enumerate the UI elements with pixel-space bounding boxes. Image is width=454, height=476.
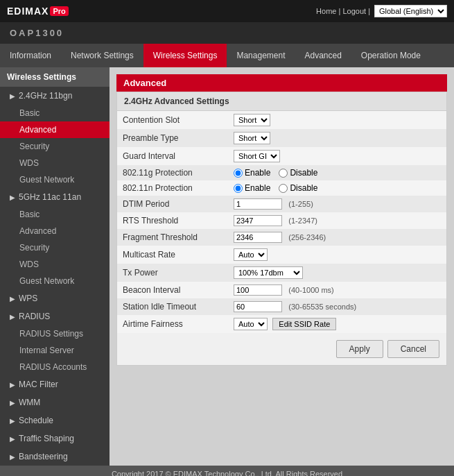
edit-ssid-rate-button[interactable]: Edit SSID Rate bbox=[272, 318, 336, 330]
label-80211g-protection: 802.11g Protection bbox=[117, 165, 228, 180]
select-guard-interval[interactable]: Short GI Long GI bbox=[234, 150, 280, 162]
nav-wireless-settings[interactable]: Wireless Settings bbox=[143, 44, 227, 67]
sidebar-item-radius-settings[interactable]: RADIUS Settings bbox=[0, 325, 110, 342]
radio-80211g-enable-label[interactable]: Enable bbox=[234, 168, 270, 178]
radio-80211g-disable-label[interactable]: Disable bbox=[279, 168, 317, 178]
sidebar-schedule-label: Schedule bbox=[19, 416, 53, 425]
hint-dtim-period: (1-255) bbox=[288, 200, 313, 208]
input-fragment-threshold[interactable] bbox=[234, 232, 282, 243]
sidebar-item-wds-5ghz[interactable]: WDS bbox=[0, 256, 110, 273]
arrow-icon-radius: ▶ bbox=[10, 313, 15, 321]
label-contention-slot: Contention Slot bbox=[117, 111, 228, 129]
radio-80211g-enable[interactable] bbox=[234, 169, 243, 178]
nav-information[interactable]: Information bbox=[0, 44, 61, 67]
radio-80211n-disable-text: Disable bbox=[290, 183, 317, 193]
sidebar: Wireless Settings ▶ 2.4GHz 11bgn Basic A… bbox=[0, 67, 110, 466]
button-row: Apply Cancel bbox=[117, 333, 446, 365]
sidebar-item-basic-5ghz[interactable]: Basic bbox=[0, 206, 110, 223]
sidebar-group-radius: ▶ RADIUS RADIUS Settings Internal Server… bbox=[0, 307, 110, 375]
label-dtim-period: DTIM Period bbox=[117, 196, 228, 212]
language-select[interactable]: Global (English) bbox=[374, 5, 447, 17]
select-tx-power[interactable]: 100% 17dbm bbox=[234, 266, 303, 279]
hint-station-idle-timeout: (30-65535 seconds) bbox=[288, 303, 356, 311]
nav-management[interactable]: Management bbox=[227, 44, 295, 67]
sidebar-item-mac-filter[interactable]: ▶ MAC Filter bbox=[0, 375, 110, 393]
row-contention-slot: Contention Slot Short Long bbox=[117, 111, 446, 129]
footer-text: Copyright 2017 © EDIMAX Technology Co., … bbox=[112, 470, 342, 476]
sidebar-item-advanced-5ghz[interactable]: Advanced bbox=[0, 223, 110, 239]
sidebar-wps-label: WPS bbox=[19, 294, 37, 303]
row-fragment-threshold: Fragment Threshold (256-2346) bbox=[117, 229, 446, 246]
radio-80211n-enable[interactable] bbox=[234, 184, 243, 193]
value-tx-power: 100% 17dbm bbox=[228, 264, 446, 282]
radio-group-80211g: Enable Disable bbox=[234, 168, 441, 178]
sidebar-item-security-2ghz[interactable]: Security bbox=[0, 138, 110, 155]
arrow-icon-schedule: ▶ bbox=[10, 417, 15, 425]
input-beacon-interval[interactable] bbox=[234, 284, 282, 296]
radio-80211n-disable-label[interactable]: Disable bbox=[279, 183, 317, 193]
value-beacon-interval: (40-1000 ms) bbox=[228, 282, 446, 298]
sidebar-item-basic-2ghz[interactable]: Basic bbox=[0, 105, 110, 121]
sidebar-group-5ghz: ▶ 5GHz 11ac 11an Basic Advanced Security… bbox=[0, 188, 110, 289]
sidebar-item-traffic-shaping[interactable]: ▶ Traffic Shaping bbox=[0, 430, 110, 448]
model-bar: OAP1300 bbox=[0, 22, 454, 44]
logo-pro: Pro bbox=[50, 6, 68, 16]
sidebar-item-guestnetwork-2ghz[interactable]: Guest Network bbox=[0, 171, 110, 188]
row-preamble-type: Preamble Type Short Long bbox=[117, 129, 446, 147]
radio-80211g-disable[interactable] bbox=[279, 169, 288, 178]
cancel-button[interactable]: Cancel bbox=[387, 340, 439, 358]
value-station-idle-timeout: (30-65535 seconds) bbox=[228, 298, 446, 315]
row-multicast-rate: Multicast Rate Auto bbox=[117, 246, 446, 264]
value-80211n-protection: Enable Disable bbox=[228, 180, 446, 196]
row-tx-power: Tx Power 100% 17dbm bbox=[117, 264, 446, 282]
sidebar-item-advanced-2ghz[interactable]: Advanced bbox=[0, 121, 110, 138]
input-rts-threshold[interactable] bbox=[234, 215, 282, 226]
apply-button[interactable]: Apply bbox=[336, 340, 383, 358]
select-airtime-fairness[interactable]: Auto bbox=[234, 318, 268, 330]
input-dtim-period[interactable] bbox=[234, 198, 282, 210]
label-fragment-threshold: Fragment Threshold bbox=[117, 229, 228, 246]
nav-operation-mode[interactable]: Operation Mode bbox=[351, 44, 430, 67]
sidebar-item-bandsteering[interactable]: ▶ Bandsteering bbox=[0, 448, 110, 466]
sidebar-item-internal-server[interactable]: Internal Server bbox=[0, 342, 110, 359]
nav-network-settings[interactable]: Network Settings bbox=[61, 44, 143, 67]
sidebar-group-2ghz-label: 2.4GHz 11bgn bbox=[19, 91, 72, 101]
sidebar-item-wmm[interactable]: ▶ WMM bbox=[0, 393, 110, 411]
sidebar-group-5ghz-header[interactable]: ▶ 5GHz 11ac 11an bbox=[0, 188, 110, 206]
sidebar-item-wds-2ghz[interactable]: WDS bbox=[0, 155, 110, 171]
nav-bar: Information Network Settings Wireless Se… bbox=[0, 44, 454, 67]
sidebar-item-security-5ghz[interactable]: Security bbox=[0, 239, 110, 256]
sidebar-group-radius-header[interactable]: ▶ RADIUS bbox=[0, 307, 110, 325]
label-guard-interval: Guard Interval bbox=[117, 147, 228, 165]
select-multicast-rate[interactable]: Auto bbox=[234, 248, 268, 261]
select-preamble-type[interactable]: Short Long bbox=[234, 132, 270, 144]
row-airtime-fairness: Airtime Fairness Auto Edit SSID Rate bbox=[117, 315, 446, 333]
model-name: OAP1300 bbox=[10, 28, 64, 38]
home-link[interactable]: Home bbox=[316, 7, 336, 15]
sidebar-item-schedule[interactable]: ▶ Schedule bbox=[0, 411, 110, 430]
value-airtime-fairness: Auto Edit SSID Rate bbox=[228, 315, 446, 333]
footer: Copyright 2017 © EDIMAX Technology Co., … bbox=[0, 466, 454, 476]
sidebar-radius-label: RADIUS bbox=[19, 312, 50, 321]
nav-advanced[interactable]: Advanced bbox=[295, 44, 351, 67]
radio-80211n-disable[interactable] bbox=[279, 184, 288, 193]
select-contention-slot[interactable]: Short Long bbox=[234, 114, 270, 126]
logout-link[interactable]: Logout bbox=[342, 7, 366, 15]
content-area: Advanced 2.4GHz Advanced Settings Conten… bbox=[110, 67, 454, 466]
row-station-idle-timeout: Station Idle Timeout (30-65535 seconds) bbox=[117, 298, 446, 315]
hint-fragment-threshold: (256-2346) bbox=[288, 233, 326, 241]
input-station-idle-timeout[interactable] bbox=[234, 301, 282, 312]
radio-80211n-enable-label[interactable]: Enable bbox=[234, 183, 270, 193]
sidebar-group-2ghz-header[interactable]: ▶ 2.4GHz 11bgn bbox=[0, 87, 110, 105]
label-preamble-type: Preamble Type bbox=[117, 129, 228, 147]
arrow-icon-mac: ▶ bbox=[10, 381, 15, 389]
row-80211g-protection: 802.11g Protection Enable Disable bbox=[117, 165, 446, 180]
sidebar-mac-label: MAC Filter bbox=[19, 380, 58, 389]
row-dtim-period: DTIM Period (1-255) bbox=[117, 196, 446, 212]
arrow-icon-5ghz: ▶ bbox=[10, 194, 15, 201]
sidebar-item-wps[interactable]: ▶ WPS bbox=[0, 289, 110, 307]
value-contention-slot: Short Long bbox=[228, 111, 446, 129]
sidebar-item-guestnetwork-5ghz[interactable]: Guest Network bbox=[0, 273, 110, 289]
sidebar-item-radius-accounts[interactable]: RADIUS Accounts bbox=[0, 359, 110, 375]
sidebar-title: Wireless Settings bbox=[0, 67, 110, 87]
